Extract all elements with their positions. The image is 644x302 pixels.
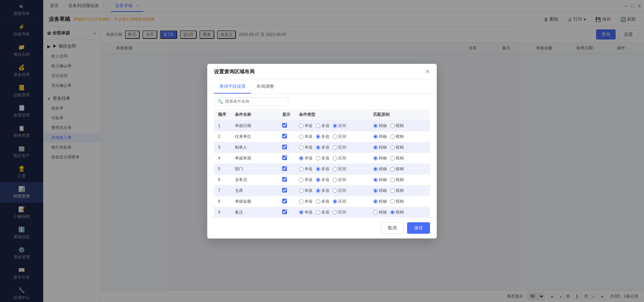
row-checkbox-cell — [278, 120, 295, 131]
row-4-matchtype-模糊[interactable]: 模糊 — [390, 155, 404, 161]
row-cond-type-cell: 单值多值区间 — [295, 163, 369, 174]
row-9-matchtype-精确[interactable]: 精确 — [373, 209, 387, 215]
row-5-condtype-区间[interactable]: 区间 — [333, 166, 346, 172]
row-3-matchtype-精确[interactable]: 精确 — [373, 145, 387, 150]
row-2-matchtype-模糊[interactable]: 模糊 — [390, 134, 404, 140]
row-2-condtype-单值[interactable]: 单值 — [299, 134, 313, 140]
row-8-checkbox[interactable] — [282, 199, 287, 203]
row-1-matchtype-精确[interactable]: 精确 — [373, 123, 387, 129]
settings-table: 顺序 条件名称 显示 条件类型 匹配原则 1单据日期单值多值区间精确模糊2往来单… — [214, 109, 430, 217]
row-6-checkbox[interactable] — [282, 177, 287, 182]
row-3-condtype-单值[interactable]: 单值 — [299, 145, 313, 150]
row-3-checkbox[interactable] — [282, 145, 287, 149]
modal-search-area: 🔍 — [207, 94, 437, 109]
row-2-checkbox[interactable] — [282, 134, 287, 139]
row-cond-type-cell: 单值多值区间 — [295, 196, 369, 207]
row-9-condtype-单值[interactable]: 单值 — [299, 209, 313, 215]
modal-close-button[interactable]: ✕ — [425, 69, 430, 75]
row-1-condtype-单值[interactable]: 单值 — [299, 123, 313, 129]
row-8-matchtype-精确[interactable]: 精确 — [373, 199, 387, 204]
cancel-button[interactable]: 取消 — [381, 222, 404, 234]
row-index: 6 — [214, 174, 231, 185]
modal-save-button[interactable]: 保存 — [407, 222, 430, 234]
row-9-condtype-区间[interactable]: 区间 — [333, 209, 346, 215]
row-6-condtype-多值[interactable]: 多值 — [316, 177, 329, 183]
row-9-condtype-多值[interactable]: 多值 — [316, 209, 329, 215]
table-row: 2往来单位单值多值区间精确模糊 — [214, 131, 430, 142]
row-index: 7 — [214, 185, 231, 196]
row-cond-type-cell: 单值多值区间 — [295, 131, 369, 142]
row-checkbox-cell — [278, 185, 295, 196]
row-8-matchtype-模糊[interactable]: 模糊 — [390, 199, 404, 204]
row-9-checkbox[interactable] — [282, 209, 287, 214]
row-checkbox-cell — [278, 196, 295, 207]
row-5-matchtype-精确[interactable]: 精确 — [373, 166, 387, 172]
col-header-name: 条件名称 — [231, 109, 278, 121]
row-4-condtype-单值[interactable]: 单值 — [299, 155, 313, 161]
row-7-matchtype-精确[interactable]: 精确 — [373, 188, 387, 194]
row-4-condtype-区间[interactable]: 区间 — [333, 155, 346, 161]
row-index: 4 — [214, 153, 231, 163]
row-match-type-cell: 精确模糊 — [369, 131, 430, 142]
row-condition-name: 备注 — [231, 207, 278, 217]
modal-tab-query[interactable]: 查询字段设置 — [214, 80, 251, 94]
table-row: 3制单人单值多值区间精确模糊 — [214, 142, 430, 153]
row-index: 1 — [214, 120, 231, 131]
row-match-type-cell: 精确模糊 — [369, 153, 430, 163]
row-4-condtype-多值[interactable]: 多值 — [316, 155, 329, 161]
row-7-matchtype-模糊[interactable]: 模糊 — [390, 188, 404, 194]
row-8-condtype-区间[interactable]: 区间 — [333, 199, 346, 204]
row-index: 3 — [214, 142, 231, 153]
row-7-condtype-区间[interactable]: 区间 — [333, 188, 346, 194]
row-8-condtype-单值[interactable]: 单值 — [299, 199, 313, 204]
row-4-matchtype-精确[interactable]: 精确 — [373, 155, 387, 161]
row-match-type-cell: 精确模糊 — [369, 207, 430, 217]
row-match-type-cell: 精确模糊 — [369, 196, 430, 207]
row-match-type-cell: 精确模糊 — [369, 120, 430, 131]
row-checkbox-cell — [278, 131, 295, 142]
row-5-condtype-单值[interactable]: 单值 — [299, 166, 313, 172]
row-match-type-cell: 精确模糊 — [369, 142, 430, 153]
row-4-checkbox[interactable] — [282, 155, 287, 160]
row-6-matchtype-模糊[interactable]: 模糊 — [390, 177, 404, 183]
row-1-condtype-多值[interactable]: 多值 — [316, 123, 329, 129]
search-icon-modal: 🔍 — [218, 99, 223, 104]
modal-title: 设置查询区域布局 — [214, 69, 254, 75]
col-header-matchtype: 匹配原则 — [369, 109, 430, 121]
modal-table-scroll: 顺序 条件名称 显示 条件类型 匹配原则 1单据日期单值多值区间精确模糊2往来单… — [207, 109, 437, 217]
row-checkbox-cell — [278, 174, 295, 185]
row-7-condtype-多值[interactable]: 多值 — [316, 188, 329, 194]
row-checkbox-cell — [278, 207, 295, 217]
row-9-matchtype-模糊[interactable]: 模糊 — [390, 209, 404, 215]
row-2-condtype-区间[interactable]: 区间 — [333, 134, 346, 140]
row-index: 5 — [214, 163, 231, 174]
row-3-condtype-区间[interactable]: 区间 — [333, 145, 346, 150]
row-checkbox-cell — [278, 163, 295, 174]
row-cond-type-cell: 单值多值区间 — [295, 120, 369, 131]
row-cond-type-cell: 单值多值区间 — [295, 142, 369, 153]
table-row: 8单据金额单值多值区间精确模糊 — [214, 196, 430, 207]
row-1-condtype-区间[interactable]: 区间 — [333, 123, 346, 129]
row-5-matchtype-模糊[interactable]: 模糊 — [390, 166, 404, 172]
condition-search-input[interactable] — [225, 99, 285, 104]
row-2-matchtype-精确[interactable]: 精确 — [373, 134, 387, 140]
row-6-condtype-单值[interactable]: 单值 — [299, 177, 313, 183]
row-condition-name: 单据来源 — [231, 153, 278, 163]
row-5-condtype-多值[interactable]: 多值 — [316, 166, 329, 172]
col-header-show: 显示 — [278, 109, 295, 121]
row-checkbox-cell — [278, 153, 295, 163]
row-7-condtype-单值[interactable]: 单值 — [299, 188, 313, 194]
row-3-matchtype-模糊[interactable]: 模糊 — [390, 145, 404, 150]
row-8-condtype-多值[interactable]: 多值 — [316, 199, 329, 204]
row-2-condtype-多值[interactable]: 多值 — [316, 134, 329, 140]
row-6-condtype-区间[interactable]: 区间 — [333, 177, 346, 183]
table-row: 9备注单值多值区间精确模糊 — [214, 207, 430, 217]
row-1-matchtype-模糊[interactable]: 模糊 — [390, 123, 404, 129]
row-5-checkbox[interactable] — [282, 166, 287, 171]
row-1-checkbox[interactable] — [282, 123, 287, 128]
row-7-checkbox[interactable] — [282, 188, 287, 193]
row-3-condtype-多值[interactable]: 多值 — [316, 145, 329, 150]
modal-tab-layout[interactable]: 布局调整 — [251, 80, 279, 94]
row-6-matchtype-精确[interactable]: 精确 — [373, 177, 387, 183]
row-condition-name: 单据金额 — [231, 196, 278, 207]
